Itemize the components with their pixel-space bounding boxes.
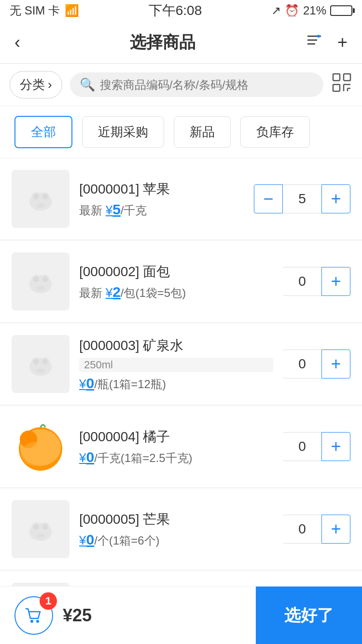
svg-point-36 bbox=[33, 524, 39, 530]
svg-point-14 bbox=[33, 194, 39, 200]
product-name: [0000001] 苹果 bbox=[79, 180, 244, 198]
cart-icon-button[interactable]: 1 bbox=[14, 596, 53, 635]
nav-right: + bbox=[306, 31, 348, 53]
qty-input[interactable] bbox=[283, 515, 321, 544]
battery-text: 21% bbox=[303, 4, 326, 17]
svg-point-16 bbox=[36, 203, 45, 208]
search-input-wrap[interactable]: 🔍 bbox=[70, 72, 323, 97]
svg-point-26 bbox=[33, 359, 39, 365]
product-spec: 250ml bbox=[79, 358, 273, 372]
product-info: [0000005] 芒果 ¥0/个(1箱=6个) bbox=[79, 510, 273, 548]
tab-all[interactable]: 全部 bbox=[14, 116, 72, 148]
product-image bbox=[12, 418, 70, 476]
product-name: [0000004] 橘子 bbox=[79, 428, 273, 446]
product-price: ¥0/瓶(1箱=12瓶) bbox=[79, 375, 273, 392]
qty-input[interactable] bbox=[283, 184, 321, 213]
product-name: [0000003] 矿泉水 bbox=[79, 336, 273, 355]
battery-icon bbox=[330, 5, 352, 16]
cart-badge: 1 bbox=[40, 592, 57, 610]
search-icon: 🔍 bbox=[80, 77, 95, 92]
svg-point-28 bbox=[36, 368, 45, 373]
tab-new[interactable]: 新品 bbox=[174, 116, 231, 148]
qty-control: + bbox=[283, 267, 350, 296]
product-image bbox=[12, 335, 70, 393]
page-title: 选择商品 bbox=[130, 31, 195, 54]
qty-control: − + bbox=[254, 184, 350, 213]
wifi-icon: 📶 bbox=[65, 4, 79, 17]
product-name: [0000002] 面包 bbox=[79, 263, 273, 281]
status-right: ↗ ⏰ 21% bbox=[271, 4, 352, 17]
list-item: [0000004] 橘子 ¥0/千克(1箱=2.5千克) + bbox=[0, 406, 362, 488]
svg-point-27 bbox=[42, 359, 48, 365]
qty-control: + bbox=[283, 350, 350, 378]
product-name: [0000005] 芒果 bbox=[79, 510, 273, 529]
qty-input[interactable] bbox=[283, 432, 321, 461]
bottom-bar: 1 ¥25 选好了 bbox=[0, 586, 362, 644]
search-bar: 分类 › 🔍 bbox=[0, 64, 362, 106]
qty-plus-button[interactable]: + bbox=[321, 432, 350, 461]
cart-section: 1 ¥25 bbox=[0, 596, 256, 635]
confirm-button[interactable]: 选好了 bbox=[256, 587, 362, 644]
svg-rect-4 bbox=[333, 74, 340, 81]
alarm-icon: ⏰ bbox=[285, 4, 299, 17]
svg-point-15 bbox=[42, 194, 48, 200]
svg-rect-5 bbox=[344, 74, 350, 81]
svg-point-51 bbox=[36, 620, 39, 623]
product-info: [0000004] 橘子 ¥0/千克(1箱=2.5千克) bbox=[79, 428, 273, 466]
category-label: 分类 bbox=[20, 76, 45, 93]
svg-point-22 bbox=[36, 286, 45, 290]
qty-input[interactable] bbox=[283, 267, 321, 296]
product-info: [0000002] 面包 最新 ¥2/包(1袋=5包) bbox=[79, 263, 273, 301]
gps-icon: ↗ bbox=[271, 4, 281, 17]
product-price: 最新 ¥5/千克 bbox=[79, 201, 244, 218]
product-info: [0000003] 矿泉水 250ml ¥0/瓶(1箱=12瓶) bbox=[79, 336, 273, 392]
chevron-right-icon: › bbox=[48, 77, 52, 92]
category-button[interactable]: 分类 › bbox=[10, 71, 62, 98]
qty-control: + bbox=[283, 432, 350, 461]
svg-point-50 bbox=[30, 620, 33, 623]
product-price: ¥0/千克(1箱=2.5千克) bbox=[79, 449, 273, 466]
qty-plus-button[interactable]: + bbox=[321, 184, 350, 213]
scan-icon[interactable] bbox=[331, 72, 352, 98]
list-item: [0000002] 面包 最新 ¥2/包(1袋=5包) + bbox=[0, 241, 362, 322]
product-price: ¥0/个(1箱=6个) bbox=[79, 532, 273, 548]
list-item: [0000003] 矿泉水 250ml ¥0/瓶(1箱=12瓶) + bbox=[0, 323, 362, 405]
product-list: [0000001] 苹果 最新 ¥5/千克 − + bbox=[0, 158, 362, 644]
svg-point-20 bbox=[33, 277, 39, 282]
svg-point-37 bbox=[42, 524, 48, 530]
svg-point-21 bbox=[42, 277, 48, 282]
product-image bbox=[12, 170, 70, 228]
list-item: [0000005] 芒果 ¥0/个(1箱=6个) + bbox=[0, 489, 362, 570]
filter-icon[interactable] bbox=[306, 31, 323, 53]
qty-plus-button[interactable]: + bbox=[321, 350, 350, 378]
qty-plus-button[interactable]: + bbox=[321, 515, 350, 544]
cart-icon bbox=[23, 605, 44, 626]
status-bar: 无 SIM 卡 📶 下午6:08 ↗ ⏰ 21% bbox=[0, 0, 362, 21]
product-image bbox=[12, 500, 70, 558]
qty-plus-button[interactable]: + bbox=[321, 267, 350, 296]
status-time: 下午6:08 bbox=[149, 1, 202, 20]
qty-control: + bbox=[283, 515, 350, 544]
product-price: 最新 ¥2/包(1袋=5包) bbox=[79, 284, 273, 301]
back-button[interactable]: ‹ bbox=[14, 32, 20, 53]
product-info: [0000001] 苹果 最新 ¥5/千克 bbox=[79, 180, 244, 218]
svg-point-3 bbox=[317, 35, 320, 38]
tab-recent[interactable]: 近期采购 bbox=[82, 116, 164, 148]
nav-bar: ‹ 选择商品 + bbox=[0, 21, 362, 64]
tab-negative-stock[interactable]: 负库存 bbox=[240, 116, 310, 148]
svg-rect-6 bbox=[333, 84, 340, 91]
carrier-text: 无 SIM 卡 bbox=[10, 3, 60, 18]
product-image bbox=[12, 252, 70, 310]
filter-tabs: 全部 近期采购 新品 负库存 bbox=[0, 106, 362, 158]
svg-point-32 bbox=[21, 442, 50, 466]
cart-total: ¥25 bbox=[63, 605, 92, 626]
list-item: [0000001] 苹果 最新 ¥5/千克 − + bbox=[0, 158, 362, 240]
search-input[interactable] bbox=[100, 78, 314, 92]
status-left: 无 SIM 卡 📶 bbox=[10, 3, 79, 18]
qty-input[interactable] bbox=[283, 350, 321, 378]
nav-left: ‹ bbox=[14, 32, 20, 53]
orange-image bbox=[12, 418, 70, 476]
qty-minus-button[interactable]: − bbox=[254, 184, 283, 213]
add-button[interactable]: + bbox=[337, 32, 348, 53]
svg-point-38 bbox=[36, 533, 45, 538]
